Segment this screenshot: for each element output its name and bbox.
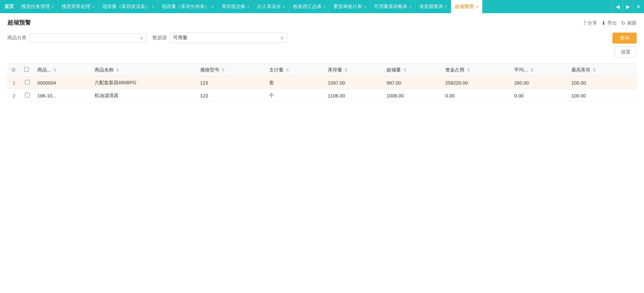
share-button[interactable]: ⤴ 分享 bbox=[583, 20, 597, 26]
row-name: 六配套新昌490BPG bbox=[91, 77, 197, 89]
col-header-avg[interactable]: 平均... ⇅ bbox=[511, 64, 568, 77]
settings-button[interactable]: 设置 bbox=[615, 47, 637, 58]
row-overstock: 997.00 bbox=[383, 77, 442, 89]
nav-close-button[interactable]: ✕ bbox=[633, 0, 643, 13]
col-header-unit[interactable]: 主计量 ⇅ bbox=[266, 64, 324, 77]
close-icon[interactable]: × bbox=[152, 4, 154, 9]
nav-next-button[interactable]: ▶ bbox=[623, 0, 633, 13]
nav-home[interactable]: 首页 bbox=[1, 0, 18, 13]
row-code: 0000004 bbox=[34, 77, 91, 89]
sort-icon-unit: ⇅ bbox=[286, 68, 289, 72]
close-icon[interactable]: × bbox=[323, 4, 326, 9]
table-row: 1 0000004 六配套新昌490BPG 123 套 1097.00 997.… bbox=[7, 77, 637, 89]
nav-tab-churuliushui[interactable]: 出入库流水 × bbox=[253, 0, 289, 13]
close-icon[interactable]: × bbox=[476, 4, 478, 9]
row-spec: 123 bbox=[197, 77, 266, 89]
close-icon[interactable]: × bbox=[211, 4, 213, 9]
share-icon: ⤴ bbox=[583, 20, 586, 26]
close-icon[interactable]: × bbox=[364, 4, 366, 9]
nav-tab-pizhizhang[interactable]: 库存批次账 × bbox=[218, 0, 253, 13]
sort-icon-stock: ⇅ bbox=[344, 68, 348, 72]
datasource-select[interactable]: 可用量 ∨ bbox=[170, 33, 287, 43]
sort-icon-code: ⇅ bbox=[53, 68, 56, 72]
query-button[interactable]: 查询 bbox=[612, 33, 637, 44]
sort-icon-avg: ⇅ bbox=[530, 68, 534, 72]
row-check-cell[interactable] bbox=[21, 89, 34, 102]
filter-fields: 商品分类 ∨ 数据源 可用量 ∨ bbox=[7, 33, 605, 43]
table-header-row: ⚙ 商品... ⇅ 商品名称 ⇅ 规格型号 ⇅ 主计量 bbox=[7, 64, 637, 77]
sort-icon-capital: ⇅ bbox=[467, 68, 470, 72]
col-header-capital[interactable]: 资金占用 ⇅ bbox=[442, 64, 511, 77]
row-capital: 259220.00 bbox=[442, 77, 511, 89]
row-name: 机油滤清器 bbox=[91, 89, 197, 102]
nav-tab-yaohuodan[interactable]: 要货单统计表 × bbox=[330, 0, 370, 13]
col-header-check bbox=[21, 64, 34, 77]
category-filter: 商品分类 ∨ bbox=[7, 33, 147, 42]
col-header-stock[interactable]: 库存量 ⇅ bbox=[324, 64, 383, 77]
nav-tab-keyongliang[interactable]: 可用量库存账本 × bbox=[370, 0, 416, 13]
category-select[interactable]: ∨ bbox=[29, 33, 147, 42]
page-header: 超储预警 ⤴ 分享 ⬇ 导出 ↻ 刷新 bbox=[7, 19, 637, 27]
row-check-cell[interactable] bbox=[21, 77, 34, 89]
row-capital: 0.00 bbox=[442, 89, 511, 102]
col-header-name[interactable]: 商品名称 ⇅ bbox=[91, 64, 197, 77]
col-header-overstock[interactable]: 超储量 ⇅ bbox=[383, 64, 442, 77]
nav-prev-button[interactable]: ◀ bbox=[612, 0, 623, 13]
gear-icon[interactable]: ⚙ bbox=[11, 67, 16, 73]
close-icon[interactable]: × bbox=[445, 4, 447, 9]
close-icon[interactable]: × bbox=[92, 4, 94, 9]
datasource-value: 可用量 bbox=[173, 34, 187, 41]
nav-tab-xiancunliang1[interactable]: 现存量（库存状况表） × bbox=[99, 0, 158, 13]
datasource-filter: 数据源 可用量 ∨ bbox=[153, 33, 287, 43]
row-unit: 个 bbox=[266, 89, 324, 102]
close-icon[interactable]: × bbox=[52, 4, 54, 9]
col-header-gear: ⚙ bbox=[7, 64, 21, 77]
col-header-spec[interactable]: 规格型号 ⇅ bbox=[197, 64, 266, 77]
nav-tab-xiancunliang2[interactable]: 现存量（库存分布表） × bbox=[158, 0, 217, 13]
nav-arrows-container: ◀ ▶ ✕ bbox=[612, 0, 643, 13]
col-header-max[interactable]: 最高库存 ⇅ bbox=[568, 64, 637, 77]
row-index-cell: 2 bbox=[7, 89, 21, 102]
row-overstock: 1006.00 bbox=[383, 89, 442, 102]
row-index-cell: 1 bbox=[7, 77, 21, 89]
col-header-code[interactable]: 商品... ⇅ bbox=[34, 64, 91, 77]
close-icon[interactable]: × bbox=[283, 4, 285, 9]
close-icon[interactable]: × bbox=[247, 4, 249, 9]
close-icon[interactable]: × bbox=[409, 4, 411, 9]
row-stock: 1097.00 bbox=[324, 77, 383, 89]
nav-tab-shoufahuizong[interactable]: 收发存汇总表 × bbox=[289, 0, 330, 13]
nav-tab-jianhuoyichang[interactable]: 拣货异常处理 × bbox=[58, 0, 98, 13]
category-dropdown-icon: ∨ bbox=[140, 35, 143, 41]
sort-icon-name: ⇅ bbox=[116, 68, 119, 72]
page-actions: ⤴ 分享 ⬇ 导出 ↻ 刷新 bbox=[583, 20, 637, 26]
filter-area: 商品分类 ∨ 数据源 可用量 ∨ 查询 设置 bbox=[7, 33, 637, 58]
sort-icon-max: ⇅ bbox=[593, 68, 596, 72]
export-icon: ⬇ bbox=[601, 20, 606, 26]
sort-icon-spec: ⇅ bbox=[222, 68, 225, 72]
nav-tab-baozhi[interactable]: 保质期查询 × bbox=[416, 0, 451, 13]
row-unit: 套 bbox=[266, 77, 324, 89]
row-checkbox[interactable] bbox=[25, 80, 30, 85]
table-row: 2 186-10... 机油滤清器 123 个 1106.00 1006.00 … bbox=[7, 89, 637, 102]
row-checkbox[interactable] bbox=[25, 93, 30, 97]
row-code: 186-10... bbox=[34, 89, 91, 102]
table-header: ⚙ 商品... ⇅ 商品名称 ⇅ 规格型号 ⇅ 主计量 bbox=[7, 64, 637, 77]
refresh-icon: ↻ bbox=[621, 20, 626, 26]
category-label: 商品分类 bbox=[7, 34, 26, 41]
nav-tab-chaochuyujing[interactable]: 超储预警 × bbox=[451, 0, 482, 13]
datasource-dropdown-icon: ∨ bbox=[280, 35, 284, 41]
page-title: 超储预警 bbox=[7, 19, 31, 27]
export-button[interactable]: ⬇ 导出 bbox=[601, 20, 617, 26]
filter-buttons: 查询 设置 bbox=[612, 33, 637, 58]
table-body: 1 0000004 六配套新昌490BPG 123 套 1097.00 997.… bbox=[7, 77, 637, 102]
row-avg: 0.00 bbox=[511, 89, 568, 102]
row-avg: 260.00 bbox=[511, 77, 568, 89]
sort-icon-overstock: ⇅ bbox=[403, 68, 407, 72]
refresh-button[interactable]: ↻ 刷新 bbox=[621, 20, 637, 26]
datasource-label: 数据源 bbox=[153, 34, 167, 41]
nav-tab-jianhuorenwu[interactable]: 拣货任务管理 × bbox=[18, 0, 58, 13]
select-all-checkbox[interactable] bbox=[24, 67, 29, 72]
page-content: 超储预警 ⤴ 分享 ⬇ 导出 ↻ 刷新 商品分类 ∨ bbox=[0, 13, 644, 293]
row-spec: 123 bbox=[197, 89, 266, 102]
row-max: 100.00 bbox=[568, 89, 637, 102]
